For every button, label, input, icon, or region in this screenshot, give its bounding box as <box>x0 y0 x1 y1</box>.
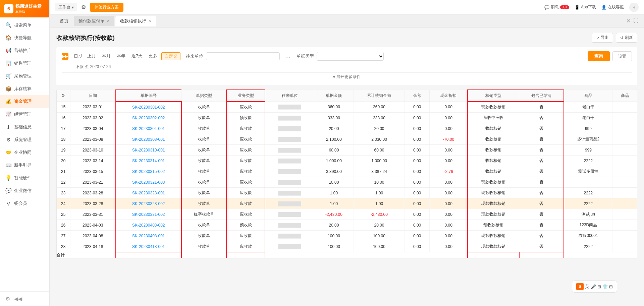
col-doc-no[interactable]: 单据编号 <box>116 90 181 102</box>
message-btn[interactable]: 💬 消息 99+ <box>544 4 569 10</box>
cell-discount: -2.76 <box>430 166 468 177</box>
sidebar-item-资金管理[interactable]: 💰资金管理 <box>0 95 49 108</box>
col-gear[interactable]: ⚙ <box>57 90 70 102</box>
sidebar-item-系统管理[interactable]: ⚙系统管理 <box>0 133 49 146</box>
tab-prepayment-close[interactable]: ✕ <box>107 19 110 23</box>
expand-arrow[interactable]: ▶▶ <box>62 53 68 60</box>
shirt-icon[interactable]: 👕 <box>602 284 608 289</box>
collapse-icon[interactable]: ◀◀ <box>14 296 22 302</box>
app-download-btn[interactable]: 📱 App下载 <box>575 4 596 10</box>
close-all-icon[interactable]: ✕ <box>626 18 631 24</box>
col-goods2[interactable]: 商品 <box>612 90 637 102</box>
sidebar-item-经营管理[interactable]: 📈经营管理 <box>0 108 49 121</box>
cell-goods: 测试jun <box>564 209 612 220</box>
sidebar-item-智能硬件[interactable]: 💡智能硬件 <box>0 172 49 184</box>
refresh-btn[interactable]: ↺ 刷新 <box>616 33 637 43</box>
page-actions: ↗ 导出 ↺ 刷新 <box>592 33 637 43</box>
cell-balance: 0.00 <box>405 113 430 123</box>
tab-home[interactable]: 首页 <box>55 16 73 26</box>
setting-btn[interactable]: 设置 <box>612 51 632 61</box>
doc-no-link[interactable]: SK-20230310-001 <box>132 148 165 152</box>
date-opt-last-month[interactable]: 上月 <box>85 52 98 60</box>
doc-no-link[interactable]: SK-20230328-001 <box>132 191 165 195</box>
col-verify-type[interactable]: 核销类型 <box>468 90 519 102</box>
cell-include-settled: 否 <box>519 241 564 252</box>
mic-icon[interactable]: 🎤 <box>591 284 596 289</box>
doc-no-link[interactable]: SK-20230308-001 <box>132 137 165 142</box>
cell-doc-no: SK-20230308-001 <box>116 134 181 145</box>
cell-partner: ████████ <box>265 198 314 209</box>
cell-partner: ████████ <box>265 177 314 188</box>
doctype-select[interactable] <box>317 52 384 61</box>
cell-amount: 20.00 <box>314 220 354 231</box>
user-avatar[interactable]: R <box>629 3 639 12</box>
sidebar-item-企业微信[interactable]: 💬企业微信 <box>0 184 49 197</box>
col-partner[interactable]: 往来单位 <box>265 90 314 102</box>
col-doc-type[interactable]: 单据类型 <box>181 90 226 102</box>
partner-input[interactable] <box>206 52 280 60</box>
col-include-settled[interactable]: 包含已结清 <box>519 90 564 102</box>
gear-icon[interactable]: ⚙ <box>81 4 86 10</box>
sidebar-item-畅会员[interactable]: V畅会员 <box>0 197 49 210</box>
workspace-selector[interactable]: 工作台 ▾ <box>55 3 77 11</box>
maximize-icon[interactable]: ⛶ <box>633 18 639 24</box>
date-opt-more[interactable]: 更多 <box>147 52 159 60</box>
settings-icon[interactable]: ⚙ <box>5 296 10 302</box>
cell-doc-no: SK-20230408-001 <box>116 231 181 241</box>
logo-icon: 6 <box>4 4 13 13</box>
sidebar-item-销售管理[interactable]: 📊销售管理 <box>0 57 49 70</box>
cell-date: 2023-03-10 <box>70 145 116 156</box>
apps-icon[interactable]: ⊞ <box>609 284 613 289</box>
trial-btn[interactable]: 体验行业方案 <box>90 3 123 12</box>
sidebar-item-采购管理[interactable]: 🛒采购管理 <box>0 70 49 82</box>
date-opt-this-year[interactable]: 本年 <box>115 52 127 60</box>
sidebar-item-库存核算[interactable]: 📦库存核算 <box>0 82 49 95</box>
cell-discount: 0.00 <box>430 177 468 188</box>
date-opt-this-month[interactable]: 本月 <box>100 52 113 60</box>
table-container: ⚙ 日期 单据编号 单据类型 业务类型 往来单位 单据金额 累计核销金额 余额 … <box>56 89 637 258</box>
table-row: 28 2023-04-18 SK-20230418-001 收款单 应收款 ██… <box>57 241 637 252</box>
sidebar-item-快捷导航[interactable]: 🏠快捷导航 <box>0 32 49 44</box>
col-amount[interactable]: 单据金额 <box>314 90 354 102</box>
service-btn[interactable]: 👤 在线客服 <box>601 4 624 10</box>
sidebar-item-营销推广[interactable]: 📢营销推广 <box>0 44 49 57</box>
sidebar-item-企业协同[interactable]: 🤝企业协同 <box>0 146 49 159</box>
doc-no-link[interactable]: SK-20230418-001 <box>132 244 165 249</box>
doc-no-link[interactable]: SK-20230301-002 <box>132 105 165 110</box>
col-balance[interactable]: 余额 <box>405 90 430 102</box>
cell-balance: 0.00 <box>405 123 430 134</box>
cell-goods2 <box>612 198 637 209</box>
col-goods[interactable]: 商品 <box>564 90 612 102</box>
expand-more-btn[interactable]: ▾ 展开更多条件 <box>62 72 632 81</box>
doc-no-link[interactable]: SK-20230321-003 <box>132 180 165 185</box>
date-opt-custom[interactable]: 自定义 <box>161 52 180 60</box>
doc-no-link[interactable]: SK-20230314-001 <box>132 159 165 163</box>
tab-prepayment[interactable]: 预付款应付单 ✕ <box>74 16 114 26</box>
col-discount[interactable]: 现金折扣 <box>430 90 468 102</box>
tab-verification-label: 收款核销执行 <box>120 18 146 24</box>
doc-no-link[interactable]: SK-20230302-002 <box>132 116 165 120</box>
sidebar-item-搜索菜单[interactable]: 🔍搜索菜单 <box>0 19 49 32</box>
doc-no-link[interactable]: SK-20230328-002 <box>132 201 165 206</box>
doc-no-link[interactable]: SK-20230315-002 <box>132 169 165 174</box>
date-opt-7days[interactable]: 近7天 <box>129 52 145 60</box>
export-btn[interactable]: ↗ 导出 <box>592 33 613 43</box>
cell-amount: 1.00 <box>314 188 354 198</box>
more-filters-btn[interactable]: … <box>285 53 291 59</box>
nav-label: 库存核算 <box>14 86 32 92</box>
sidebar-item-基础信息[interactable]: ℹ基础信息 <box>0 121 49 133</box>
doc-no-link[interactable]: SK-20230408-001 <box>132 234 165 238</box>
col-biz-type[interactable]: 业务类型 <box>226 90 265 102</box>
doc-no-link[interactable]: SK-20230331-002 <box>132 212 165 217</box>
col-date[interactable]: 日期 <box>70 90 116 102</box>
doc-no-link[interactable]: SK-20230304-001 <box>132 126 165 131</box>
tab-verification[interactable]: 收款核销执行 ✕ <box>115 16 156 26</box>
cell-balance: 0.00 <box>405 188 430 198</box>
doc-no-link[interactable]: SK-20230403-002 <box>132 223 165 228</box>
query-btn[interactable]: 查询 <box>588 51 610 61</box>
col-verified[interactable]: 累计核销金额 <box>354 90 405 102</box>
app-logo: 6 畅康道好生意 标推版 <box>0 0 49 17</box>
grid-icon[interactable]: ⊞ <box>597 284 601 289</box>
tab-verification-close[interactable]: ✕ <box>148 19 151 23</box>
sidebar-item-新手引导[interactable]: 📖新手引导 <box>0 159 49 172</box>
